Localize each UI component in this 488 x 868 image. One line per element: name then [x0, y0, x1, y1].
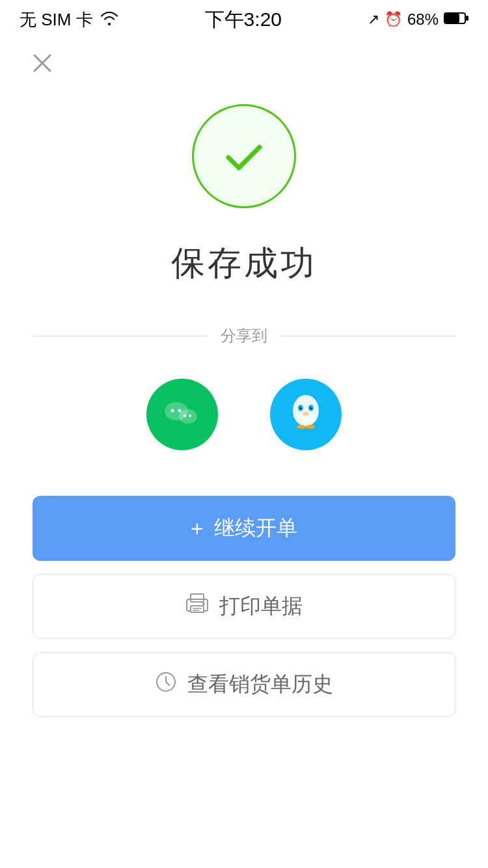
location-icon: ↗ — [368, 11, 379, 28]
print-button[interactable]: 打印单据 — [33, 574, 455, 639]
success-title: 保存成功 — [171, 241, 317, 286]
battery-text: 68% — [407, 10, 439, 29]
share-qq-button[interactable] — [270, 379, 342, 450]
print-icon — [185, 593, 209, 620]
print-label: 打印单据 — [219, 592, 303, 621]
history-icon — [155, 671, 177, 698]
share-divider: 分享到 — [33, 325, 455, 346]
svg-point-10 — [189, 414, 191, 417]
svg-point-19 — [297, 412, 314, 425]
svg-point-9 — [183, 414, 186, 417]
close-button[interactable] — [26, 47, 59, 79]
share-wechat-button[interactable] — [146, 379, 218, 450]
continue-icon: + — [191, 516, 204, 541]
svg-rect-23 — [191, 594, 204, 602]
share-section: 分享到 — [0, 325, 488, 346]
main-content: 保存成功 分享到 — [0, 39, 488, 717]
sim-text: 无 SIM 卡 — [20, 8, 93, 31]
action-buttons: + 继续开单 打印单据 — [0, 496, 488, 717]
continue-label: 继续开单 — [214, 514, 297, 543]
svg-rect-2 — [466, 16, 468, 21]
status-bar: 无 SIM 卡 下午3:20 ↗ ⏰ 68% — [0, 0, 488, 39]
share-icons — [146, 379, 342, 450]
status-left: 无 SIM 卡 — [20, 8, 119, 31]
status-right: ↗ ⏰ 68% — [368, 10, 468, 29]
battery-icon — [444, 10, 468, 29]
alarm-icon: ⏰ — [385, 11, 402, 28]
svg-point-16 — [301, 407, 302, 408]
svg-point-21 — [306, 425, 315, 429]
history-label: 查看销货单历史 — [187, 670, 333, 699]
svg-point-6 — [179, 409, 197, 424]
history-button[interactable]: 查看销货单历史 — [33, 652, 455, 717]
svg-point-17 — [311, 407, 312, 408]
svg-point-20 — [297, 425, 306, 429]
status-time: 下午3:20 — [205, 7, 282, 33]
svg-point-27 — [202, 603, 205, 605]
continue-button[interactable]: + 继续开单 — [33, 496, 455, 561]
share-label: 分享到 — [221, 325, 267, 346]
svg-point-7 — [171, 409, 174, 413]
svg-rect-1 — [445, 14, 459, 23]
divider-right — [280, 336, 455, 336]
success-icon — [192, 104, 296, 208]
wifi-icon — [100, 10, 119, 30]
svg-point-8 — [178, 409, 182, 413]
divider-left — [33, 336, 208, 336]
svg-rect-24 — [191, 606, 204, 612]
